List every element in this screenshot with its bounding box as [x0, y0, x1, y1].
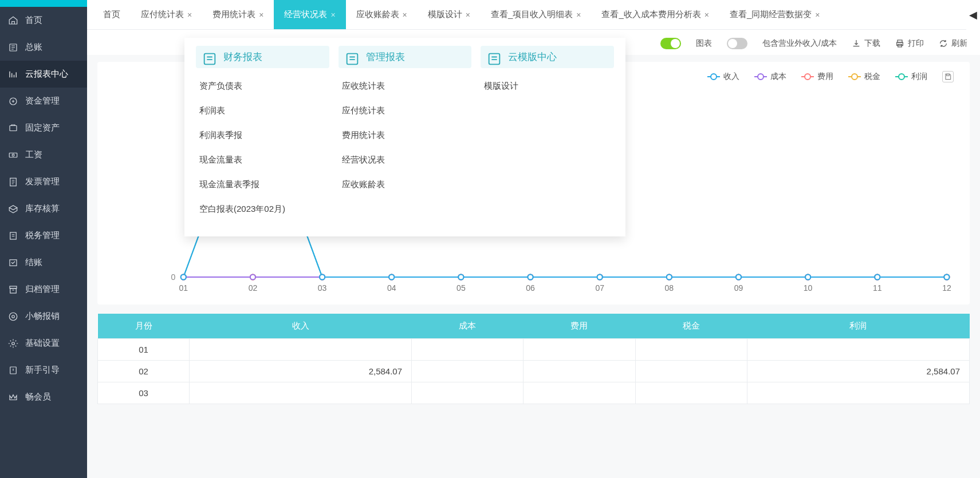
svg-point-87	[597, 275, 603, 280]
sidebar-item-stock[interactable]: 库存核算	[0, 195, 87, 222]
sidebar-item-salary[interactable]: 工资	[0, 141, 87, 168]
cell-tax	[635, 361, 747, 382]
tab-8[interactable]: 查看_同期经营数据变×	[719, 0, 831, 29]
sidebar-item-guide[interactable]: 新手引导	[0, 357, 87, 384]
mega-item[interactable]: 资产负债表	[196, 74, 329, 98]
report-category-icon	[202, 51, 218, 64]
legend-label: 费用	[817, 72, 833, 82]
sidebar-item-archive[interactable]: 归档管理	[0, 276, 87, 303]
table-header: 费用	[524, 314, 635, 339]
tab-close-icon[interactable]: ×	[259, 10, 263, 19]
mega-item[interactable]: 模版设计	[481, 74, 614, 98]
tabs-scroll-right[interactable]: ◀	[966, 0, 980, 30]
download-icon	[852, 39, 861, 48]
tab-3[interactable]: 经营状况表×	[274, 0, 345, 29]
assets-icon	[8, 123, 18, 133]
print-label: 打印	[908, 38, 924, 49]
svg-point-4	[12, 154, 14, 156]
legend-label: 利润	[911, 72, 927, 82]
svg-point-88	[667, 275, 672, 280]
mega-item[interactable]: 现金流量表	[196, 148, 329, 172]
mega-item[interactable]: 应收统计表	[339, 74, 472, 98]
legend-item-收入[interactable]: 收入	[707, 72, 739, 82]
salary-icon	[8, 150, 18, 160]
tab-close-icon[interactable]: ×	[705, 10, 709, 19]
svg-text:01: 01	[179, 283, 188, 293]
sidebar-item-settings[interactable]: 基础设置	[0, 330, 87, 357]
cell-tax	[635, 339, 747, 361]
print-button[interactable]: 打印	[895, 38, 924, 49]
mega-item[interactable]: 利润表季报	[196, 123, 329, 148]
sidebar-item-label: 归档管理	[25, 284, 60, 295]
legend-item-税金[interactable]: 税金	[848, 72, 880, 82]
tab-2[interactable]: 费用统计表×	[202, 0, 274, 29]
sidebar-item-funds[interactable]: 资金管理	[0, 88, 87, 114]
tab-label: 应收账龄表	[356, 9, 399, 20]
mega-item[interactable]: 费用统计表	[339, 123, 472, 148]
tab-1[interactable]: 应付统计表×	[131, 0, 202, 29]
tab-close-icon[interactable]: ×	[403, 10, 407, 19]
download-button[interactable]: 下载	[852, 38, 880, 49]
tab-7[interactable]: 查看_收入成本费用分析表×	[591, 0, 719, 29]
cell-month: 02	[98, 361, 190, 382]
sidebar-item-home[interactable]: 首页	[0, 7, 87, 34]
tab-close-icon[interactable]: ×	[466, 10, 470, 19]
tab-4[interactable]: 应收账龄表×	[346, 0, 418, 29]
tab-close-icon[interactable]: ×	[187, 10, 192, 19]
legend-item-成本[interactable]: 成本	[754, 72, 786, 82]
sidebar: 首页总账云报表中心资金管理固定资产工资发票管理库存核算税务管理结账归档管理小畅报…	[0, 0, 87, 478]
refresh-button[interactable]: 刷新	[939, 38, 967, 49]
mega-item[interactable]: 应收账龄表	[339, 172, 472, 197]
mega-item[interactable]: 利润表	[196, 98, 329, 123]
tax-icon	[8, 231, 18, 241]
svg-text:02: 02	[249, 283, 258, 293]
cell-profit	[747, 339, 969, 361]
cell-expense	[524, 361, 635, 382]
sidebar-item-ledger[interactable]: 总账	[0, 34, 87, 61]
vip-icon	[8, 392, 18, 402]
mega-heading-label: 管理报表	[366, 50, 405, 64]
tab-label: 查看_项目收入明细表	[491, 9, 573, 20]
legend-item-利润[interactable]: 利润	[895, 72, 927, 82]
tab-close-icon[interactable]: ×	[330, 10, 335, 19]
tab-label: 模版设计	[428, 9, 462, 20]
extra-toggle[interactable]	[727, 38, 747, 49]
funds-icon	[8, 96, 18, 106]
tab-close-icon[interactable]: ×	[815, 10, 820, 19]
tab-0[interactable]: 首页	[93, 0, 131, 29]
report-category-icon	[344, 51, 360, 64]
chart-toggle[interactable]	[660, 38, 681, 49]
tab-label: 费用统计表	[212, 9, 255, 20]
cell-expense	[524, 382, 635, 404]
mega-item[interactable]: 空白报表(2023年02月)	[196, 197, 329, 222]
legend-item-费用[interactable]: 费用	[801, 72, 833, 82]
ledger-icon	[8, 42, 18, 53]
mega-heading: 云模版中心	[481, 46, 614, 68]
sidebar-item-assets[interactable]: 固定资产	[0, 114, 87, 141]
svg-point-85	[458, 275, 463, 280]
sidebar-item-reimburse[interactable]: 小畅报销	[0, 303, 87, 330]
svg-rect-16	[204, 53, 215, 64]
svg-text:0: 0	[171, 272, 175, 282]
report-megamenu: 财务报表资产负债表利润表利润表季报现金流量表现金流量表季报空白报表(2023年0…	[184, 38, 625, 236]
tab-label: 首页	[103, 9, 120, 20]
stock-icon	[8, 204, 18, 214]
tab-5[interactable]: 模版设计×	[418, 0, 481, 29]
sidebar-item-invoice[interactable]: 发票管理	[0, 168, 87, 195]
table-row: 03	[98, 382, 970, 404]
mega-item[interactable]: 现金流量表季报	[196, 172, 329, 197]
sidebar-item-vip[interactable]: 畅会员	[0, 384, 87, 410]
svg-text:11: 11	[873, 283, 882, 293]
svg-point-11	[12, 342, 15, 345]
svg-rect-2	[10, 125, 17, 131]
sidebar-item-close[interactable]: 结账	[0, 249, 87, 276]
sidebar-item-tax[interactable]: 税务管理	[0, 222, 87, 249]
tab-close-icon[interactable]: ×	[576, 10, 581, 19]
tab-6[interactable]: 查看_项目收入明细表×	[481, 0, 592, 29]
svg-point-92	[944, 275, 949, 280]
sidebar-item-report[interactable]: 云报表中心	[0, 61, 87, 88]
mega-item[interactable]: 经营状况表	[339, 148, 472, 172]
data-table-wrap: 月份收入成本费用税金利润 01022,584.072,584.0703	[97, 314, 970, 404]
legend-save-icon[interactable]	[942, 71, 954, 82]
mega-item[interactable]: 应付统计表	[339, 98, 472, 123]
